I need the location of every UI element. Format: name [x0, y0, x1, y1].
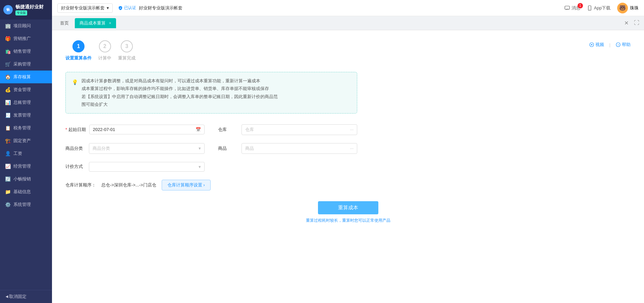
- recalculate-button[interactable]: 重算成本: [318, 201, 378, 214]
- step-1-label: 设置重算条件: [65, 55, 92, 61]
- info-line-2: 成本重算过程中，影响库存账的操作均不能操作，比如进货单、销货单、库存单据不能审核…: [82, 85, 278, 92]
- top-links: 视频 | ? 帮助: [589, 42, 631, 48]
- sidebar-item-operation[interactable]: 📈 经营管理: [0, 160, 52, 173]
- warehouse-group: 仓库 仓库 ···: [218, 124, 357, 135]
- sidebar-item-basic[interactable]: 📁 基础信息: [0, 185, 52, 198]
- tab-home[interactable]: 首页: [55, 18, 73, 28]
- video-link[interactable]: 视频: [589, 42, 604, 48]
- submit-hint: 重算过程耗时较长，重算时您可以正常使用产品: [306, 218, 390, 223]
- sidebar-item-label: 资金管理: [13, 87, 31, 93]
- warehouse-input[interactable]: 仓库 ···: [241, 124, 357, 135]
- sidebar-title: 畅捷通好业财: [15, 4, 44, 10]
- sidebar-item-marketing[interactable]: 🎁 营销推广: [0, 32, 52, 45]
- sidebar-item-label: 系统管理: [13, 202, 31, 208]
- sidebar-item-inventory[interactable]: 🏠 库存核算: [0, 71, 52, 83]
- sidebar-item-project[interactable]: 🏢 项目顾问: [0, 19, 52, 32]
- form-row-2: 商品分类 商品分类 ▾ 商品 商品 ···: [65, 143, 357, 154]
- sidebar-item-invoice[interactable]: 🧾 发票管理: [0, 109, 52, 122]
- start-date-input[interactable]: 2022-07-01 📅: [89, 125, 205, 134]
- svg-point-2: [589, 9, 590, 10]
- invoice-icon: 🧾: [5, 112, 11, 118]
- sidebar-unpin[interactable]: ◄取消固定: [0, 290, 52, 303]
- sidebar-item-tax[interactable]: 📋 税务管理: [0, 122, 52, 134]
- app-download-label: App下载: [594, 5, 610, 11]
- sidebar-item-sales[interactable]: 🛍️ 销售管理: [0, 45, 52, 58]
- tab-cost-recalc[interactable]: 商品成本重算 ×: [75, 18, 116, 28]
- sidebar-item-purchase[interactable]: 🛒 采购管理: [0, 58, 52, 71]
- sidebar-item-finance[interactable]: 💰 资金管理: [0, 83, 52, 96]
- sidebar-item-label: 采购管理: [13, 61, 31, 67]
- warehouse-label: 仓库: [218, 127, 238, 133]
- topbar: 好业财专业版演示帐套 ▾ 已认证 好业财专业版演示帐套 消息 1: [52, 0, 644, 16]
- product-input[interactable]: 商品 ···: [241, 143, 357, 154]
- warehouse-ellipsis-icon: ···: [350, 127, 354, 132]
- info-box: 💡 因成本计算参数调整，或是对商品成本有疑问时，可以通过成本重算功能，重新计算一…: [65, 72, 357, 114]
- assets-icon: 🏗️: [5, 138, 11, 144]
- warehouse-order-settings-button[interactable]: 仓库计算顺序设置 ›: [162, 180, 211, 190]
- tax-icon: 📋: [5, 125, 11, 131]
- tab-home-label: 首页: [60, 20, 69, 26]
- verified-badge: 已认证: [118, 5, 136, 11]
- chevron-down-icon: ▾: [199, 146, 201, 151]
- sidebar-item-label: 库存核算: [13, 74, 31, 80]
- sidebar-item-label: 基础信息: [13, 189, 31, 195]
- sidebar-item-system[interactable]: ⚙️ 系统管理: [0, 198, 52, 211]
- sidebar-item-label: 固定资产: [13, 138, 31, 144]
- stepper-row: 1 设置重算条件 2 计算中 3 重算完成: [65, 40, 631, 72]
- sidebar-item-payroll[interactable]: 👤 工资: [0, 147, 52, 160]
- calendar-icon: 📅: [196, 127, 201, 132]
- pricing-select[interactable]: ▾: [89, 162, 205, 172]
- message-button[interactable]: 消息 1: [565, 5, 580, 11]
- step-2-label: 计算中: [98, 55, 111, 61]
- svg-marker-4: [591, 44, 593, 46]
- category-group: 商品分类 商品分类 ▾: [65, 143, 205, 154]
- info-line-3: 若【系统设置】中启用了自动调整记账日期时，会调整入库单的整单记账日期，因此重新计…: [82, 93, 278, 100]
- form-row-1: 起始日期 2022-07-01 📅 仓库 仓库 ···: [65, 124, 357, 135]
- tab-active-label: 商品成本重算: [79, 20, 106, 26]
- sidebar-item-label: 销售管理: [13, 48, 31, 54]
- help-link[interactable]: ? 帮助: [616, 42, 631, 48]
- warehouse-order-value: 总仓->深圳仓库->...->门店仓: [101, 182, 156, 188]
- sidebar-item-label: 发票管理: [13, 112, 31, 118]
- form-section: 起始日期 2022-07-01 📅 仓库 仓库 ··· 商: [65, 124, 357, 190]
- product-placeholder: 商品: [245, 145, 350, 152]
- warehouse-order-btn-label: 仓库计算顺序设置 ›: [167, 182, 205, 188]
- purchase-icon: 🛒: [5, 61, 11, 67]
- shield-icon: [118, 6, 123, 10]
- product-label: 商品: [218, 145, 238, 152]
- close-window-button[interactable]: ✕: [623, 18, 630, 28]
- verified-text: 已认证: [124, 5, 136, 11]
- product-ellipsis-icon: ···: [350, 146, 354, 151]
- step-3: 3 重算完成: [118, 40, 136, 61]
- sidebar-item-accounting[interactable]: 📊 总账管理: [0, 96, 52, 109]
- sidebar: 畅 畅捷通好业财 专业版 🏢 项目顾问 🎁 营销推广 🛍️ 销售管理 🛒 采购管…: [0, 0, 52, 303]
- sidebar-item-expense[interactable]: 🔄 小畅报销: [0, 173, 52, 185]
- user-profile[interactable]: 🐻 珠珠: [617, 3, 639, 13]
- finance-icon: 💰: [5, 87, 11, 93]
- pricing-group: 计价方式 ▾: [65, 162, 205, 172]
- sidebar-item-label: 营销推广: [13, 36, 31, 42]
- account-name: 好业财专业版演示帐套: [61, 5, 105, 11]
- sidebar-item-assets[interactable]: 🏗️ 固定资产: [0, 134, 52, 147]
- expense-icon: 🔄: [5, 176, 11, 182]
- account-selector[interactable]: 好业财专业版演示帐套 ▾: [57, 3, 113, 13]
- account-chevron-icon: ▾: [107, 5, 109, 10]
- product-group: 商品 商品 ···: [218, 143, 357, 154]
- unpin-label: ◄取消固定: [5, 294, 26, 300]
- basic-icon: 📁: [5, 189, 11, 195]
- warehouse-order-row: 仓库计算顺序： 总仓->深圳仓库->...->门店仓 仓库计算顺序设置 ›: [65, 180, 357, 190]
- sidebar-item-label: 工资: [13, 150, 22, 157]
- sidebar-badge: 专业版: [15, 10, 27, 15]
- step-1-circle: 1: [72, 40, 85, 52]
- tab-close-button[interactable]: ×: [109, 21, 111, 26]
- app-download-button[interactable]: App下载: [587, 5, 610, 11]
- step-3-label: 重算完成: [118, 55, 136, 61]
- sidebar-item-label: 税务管理: [13, 125, 31, 131]
- expand-window-button[interactable]: ⛶: [633, 18, 641, 28]
- stepper: 1 设置重算条件 2 计算中 3 重算完成: [65, 40, 136, 61]
- category-select[interactable]: 商品分类 ▾: [89, 143, 205, 154]
- company-name: 好业财专业版演示帐套: [139, 5, 182, 11]
- operation-icon: 📈: [5, 163, 11, 169]
- video-icon: [589, 42, 594, 47]
- step-2: 2 计算中: [98, 40, 111, 61]
